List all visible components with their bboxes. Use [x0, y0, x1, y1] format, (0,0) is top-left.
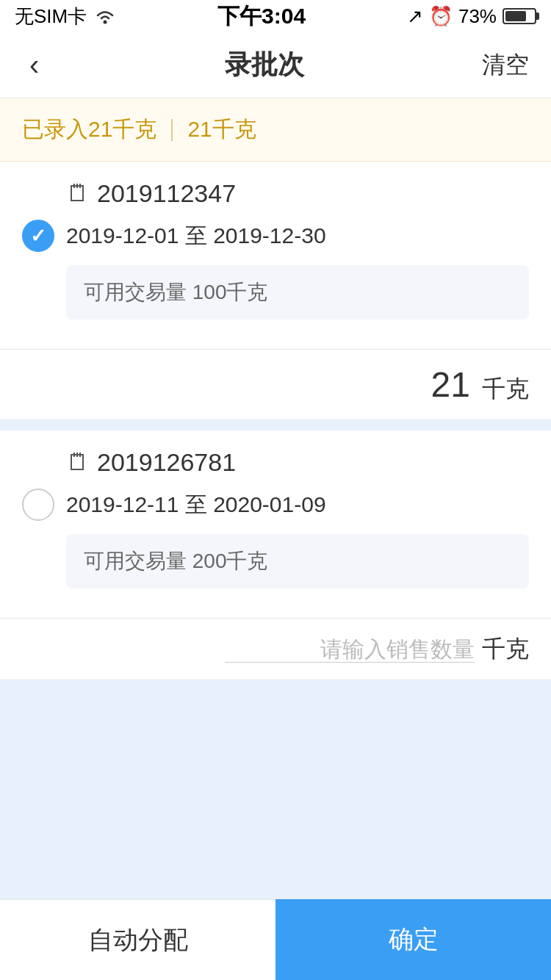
nav-bar: ‹ 录批次 清空 [0, 32, 551, 98]
wifi-icon [94, 8, 116, 24]
quantity-input-container[interactable] [225, 637, 475, 663]
batch-1-quantity-row: 21 千克 [0, 349, 551, 419]
confirm-button[interactable]: 确定 [276, 899, 551, 980]
back-button[interactable]: ‹ [22, 41, 46, 89]
batch-2-date-row[interactable]: 2019-12-11 至 2020-01-09 [22, 489, 529, 521]
quantity-input[interactable] [225, 637, 475, 662]
batch-1-date: 2019-12-01 至 2019-12-30 [66, 221, 326, 251]
batch-1-icon: 🗒 [66, 180, 90, 207]
batch-2-unit: 千克 [482, 633, 529, 666]
clear-button[interactable]: 清空 [482, 49, 529, 82]
bottom-bar: 自动分配 确定 [0, 899, 551, 980]
carrier-text: 无SIM卡 [15, 4, 87, 29]
info-banner: 已录入21千克 21千克 [0, 98, 551, 162]
batch-2-title-row: 🗒 2019126781 [22, 448, 529, 477]
batch-1-card: 🗒 2019112347 2019-12-01 至 2019-12-30 可用交… [0, 162, 551, 419]
batch-1-title-row: 🗒 2019112347 [22, 179, 529, 208]
page-title: 录批次 [225, 47, 304, 83]
batch-1-radio[interactable] [22, 220, 54, 252]
status-bar-right: ↗ ⏰ 73% [407, 5, 536, 28]
batch-2-radio[interactable] [22, 489, 54, 521]
alarm-icon: ⏰ [429, 5, 453, 28]
batch-1-id: 2019112347 [97, 179, 236, 208]
battery-icon [503, 8, 536, 24]
batch-2-card: 🗒 2019126781 2019-12-11 至 2020-01-09 可用交… [0, 430, 551, 679]
total-label: 21千克 [187, 115, 256, 145]
batch-1-quantity-value: 21 [431, 364, 470, 405]
batch-2-date: 2019-12-11 至 2020-01-09 [66, 490, 326, 520]
battery-percent: 73% [458, 5, 497, 28]
location-icon: ↗ [407, 5, 423, 28]
status-bar: 无SIM卡 下午3:04 ↗ ⏰ 73% [0, 0, 551, 32]
status-bar-left: 无SIM卡 [15, 4, 116, 29]
svg-point-0 [104, 21, 107, 24]
batch-2-availability: 可用交易量 200千克 [66, 534, 529, 588]
info-divider [171, 119, 173, 141]
batch-1-unit: 千克 [482, 373, 529, 406]
batch-1-availability: 可用交易量 100千克 [66, 265, 529, 320]
auto-distribute-button[interactable]: 自动分配 [0, 899, 276, 980]
recorded-label: 已录入21千克 [22, 115, 156, 145]
status-bar-time: 下午3:04 [217, 1, 306, 32]
batch-1-date-row[interactable]: 2019-12-01 至 2019-12-30 [22, 220, 529, 252]
separator-1 [0, 420, 551, 430]
batch-2-icon: 🗒 [66, 449, 90, 476]
batch-2-quantity-row[interactable]: 千克 [0, 618, 551, 679]
batch-2-id: 2019126781 [97, 448, 236, 477]
